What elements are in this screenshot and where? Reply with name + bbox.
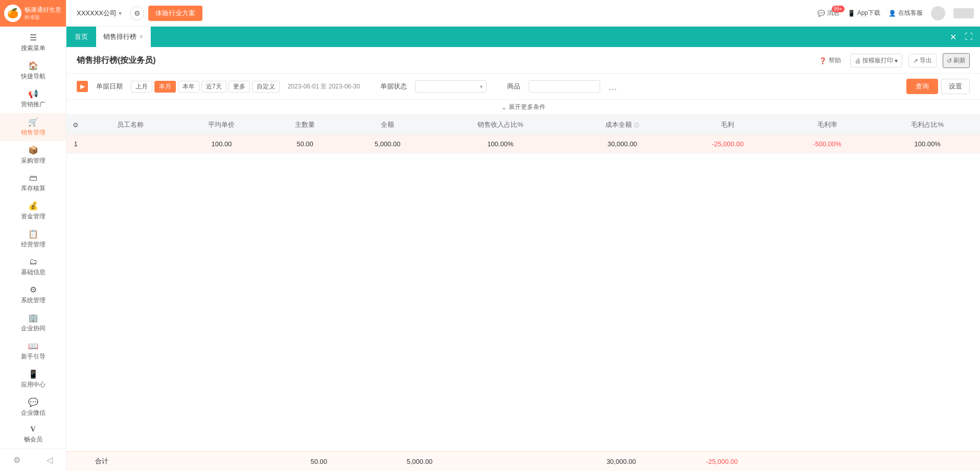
sidebar-item-purchase[interactable]: 📦 采购管理 [0,141,66,169]
date-btn-more[interactable]: 更多 [229,81,250,93]
sidebar-item-system[interactable]: ⚙ 系统管理 [0,281,66,309]
help-btn[interactable]: ❓ 帮助 [816,54,844,67]
sidebar-collapse-btn[interactable]: ◁ [42,453,57,467]
app-download-btn[interactable]: 📱 App下载 [848,9,880,17]
page-actions: ❓ 帮助 🖨 按模板打印 ▾ ↗ 导出 ↺ 刷新 [816,53,970,68]
date-btn-last-month[interactable]: 上月 [131,81,152,93]
tab-sales-ranking[interactable]: 销售排行榜 × [96,27,151,47]
sidebar-nav: ☰ 搜索菜单 🏠 快捷导航 📢 营销推广 🛒 销售管理 📦 采购管理 🗃 库存核… [0,27,66,448]
row-sales-pct: 100.00% [432,135,568,153]
filter-settings-btn[interactable]: 设置 [941,79,970,94]
sidebar-item-label: 企业协同 [21,324,45,333]
expand-more-btn[interactable]: ⌄ 展开更多条件 [502,103,545,111]
topbar-settings-btn[interactable]: ⚙ [130,6,144,20]
footer-amount: 5,000.00 [369,458,470,465]
wechat-icon: 💬 [28,397,38,407]
sidebar-item-sales[interactable]: 🛒 销售管理 [0,113,66,141]
sidebar-item-member[interactable]: V 畅会员 [0,421,66,448]
logo-text: 畅康通好生意 标准版 [25,6,61,21]
tab-label: 销售排行榜 [103,32,136,41]
goods-more-btn[interactable]: ... [608,81,617,92]
topbar-right: 💬 消息 99+ 📱 App下载 👤 在线客服 [817,6,974,20]
enterprise-icon: 🏢 [28,313,38,323]
date-btn-this-year[interactable]: 本年 [178,81,199,93]
col-settings[interactable]: ⚙ [66,115,85,135]
row-cost: 30,000.00 [568,135,676,153]
sidebar-item-label: 企业微信 [21,409,45,417]
expand-down-icon: ⌄ [502,104,507,111]
tab-maximize-btn[interactable]: ⛶ [963,32,975,41]
sidebar-item-operations[interactable]: 📋 经营管理 [0,225,66,253]
message-btn[interactable]: 💬 消息 99+ [817,9,839,17]
sidebar-item-wechat[interactable]: 💬 企业微信 [0,393,66,421]
row-rank: 1 [66,135,85,153]
company-dropdown-icon: ▾ [119,10,122,17]
page-title-row: 销售排行榜(按业务员) ❓ 帮助 🖨 按模板打印 ▾ ↗ 导出 [77,53,970,73]
print-icon: 🖨 [855,57,861,64]
logo-name: 畅康通好生意 [25,6,61,14]
goods-input[interactable] [529,80,600,93]
logo-sub: 标准版 [25,14,61,21]
app-label: App下载 [857,9,880,17]
date-btn-this-month[interactable]: 本月 [154,81,176,93]
tabbar: 首页 销售排行榜 × ✕ ⛶ [66,27,980,47]
operations-icon: 📋 [28,229,38,239]
footer-main-qty: 50.00 [268,458,369,465]
goods-label: 商品 [507,82,520,91]
export-label: 导出 [920,56,932,65]
query-btn[interactable]: 查询 [906,79,938,94]
tab-close-btn[interactable]: × [140,33,143,40]
sidebar-item-label: 基础信息 [21,268,45,277]
date-btn-custom[interactable]: 自定义 [252,81,280,93]
company-selector[interactable]: XXXXXX公司 ▾ [73,7,126,20]
online-service-btn[interactable]: 👤 在线客服 [888,9,923,17]
sidebar-item-quick-nav[interactable]: 🏠 快捷导航 [0,57,66,85]
col-amount: 全额 [343,115,432,135]
sidebar-logo: 🍊 畅康通好生意 标准版 [0,0,66,27]
sidebar-item-marketing[interactable]: 📢 营销推广 [0,85,66,113]
tab-close-all-btn[interactable]: ✕ [948,32,959,42]
data-table: ⚙ 员工名称 平均单价 主数量 全额 销售收入占比% 成本全额 ⓘ 毛利 毛利率… [66,115,980,153]
row-avg-price: 100.00 [176,135,267,153]
tab-home[interactable]: 首页 [66,27,96,47]
export-icon: ↗ [913,57,918,64]
print-template-btn[interactable]: 🖨 按模板打印 ▾ [850,54,902,68]
sidebar-item-enterprise[interactable]: 🏢 企业协同 [0,309,66,337]
print-label: 按模板打印 [862,56,893,65]
inventory-icon: 🗃 [29,173,37,183]
home-icon: 🏠 [28,61,38,71]
sidebar-item-app-center[interactable]: 📱 应用中心 [0,365,66,393]
sidebar-item-finance[interactable]: 💰 资金管理 [0,197,66,225]
footer-cost: 30,000.00 [571,458,672,465]
row-gross-rate: -500.00% [780,135,875,153]
footer-gross: -25,000.00 [672,458,772,465]
refresh-btn[interactable]: ↺ 刷新 [943,53,970,68]
page-title: 销售排行榜(按业务员) [77,55,156,66]
sidebar-item-search-order[interactable]: ☰ 搜索菜单 [0,29,66,57]
trial-industry-btn[interactable]: 体验行业方案 [148,6,202,21]
print-dropdown-icon: ▾ [895,57,898,64]
sidebar-item-label: 采购管理 [21,156,45,165]
search-order-icon: ☰ [30,33,37,42]
sidebar-item-label: 经营管理 [21,240,45,249]
toggle-icon: ▶ [80,83,85,90]
sidebar-settings-btn[interactable]: ⚙ [9,453,25,467]
row-main-qty: 50.00 [267,135,343,153]
message-badge: 99+ [832,6,845,12]
filter-toggle-btn[interactable]: ▶ [77,81,88,92]
sidebar-item-inventory[interactable]: 🗃 库存核算 [0,169,66,197]
tabbar-actions: ✕ ⛶ [948,32,980,42]
row-employee [85,135,176,153]
status-select[interactable] [415,80,487,93]
table-header-row: ⚙ 员工名称 平均单价 主数量 全额 销售收入占比% 成本全额 ⓘ 毛利 毛利率… [66,115,980,135]
date-btn-7days[interactable]: 近7天 [201,81,226,93]
avatar[interactable] [931,6,945,20]
sidebar-item-label: 快捷导航 [21,72,45,81]
export-btn[interactable]: ↗ 导出 [908,54,937,68]
col-main-qty: 主数量 [267,115,343,135]
guide-icon: 📖 [28,341,38,351]
sidebar-item-guide[interactable]: 📖 新手引导 [0,337,66,365]
sidebar-item-basic-info[interactable]: 🗂 基础信息 [0,253,66,281]
refresh-icon: ↺ [947,57,952,64]
finance-icon: 💰 [28,201,38,211]
